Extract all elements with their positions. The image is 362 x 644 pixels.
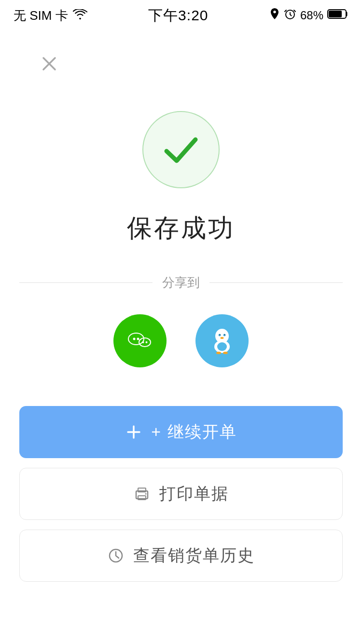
battery-text: 68% bbox=[300, 9, 323, 22]
share-icons-row bbox=[113, 314, 249, 367]
continue-new-label: + 继续开单 bbox=[151, 421, 237, 443]
close-button[interactable] bbox=[36, 50, 63, 77]
alarm-icon bbox=[284, 8, 296, 23]
svg-point-20 bbox=[223, 352, 228, 354]
svg-point-14 bbox=[220, 335, 221, 336]
status-bar: 无 SIM 卡 下午3:20 68% bbox=[0, 0, 362, 31]
print-button[interactable]: 打印单据 bbox=[19, 468, 343, 520]
share-label: 分享到 bbox=[162, 274, 200, 291]
continue-new-button[interactable]: + 继续开单 bbox=[19, 406, 343, 458]
divider-line-left bbox=[19, 282, 153, 283]
svg-point-15 bbox=[224, 335, 225, 336]
svg-point-16 bbox=[221, 337, 224, 339]
divider-line-right bbox=[209, 282, 343, 283]
action-buttons: + 继续开单 打印单据 查看销货单历史 bbox=[19, 406, 343, 582]
print-icon bbox=[133, 485, 151, 503]
status-time: 下午3:20 bbox=[148, 6, 208, 26]
history-button[interactable]: 查看销货单历史 bbox=[19, 530, 343, 582]
svg-point-7 bbox=[137, 338, 139, 340]
svg-point-26 bbox=[145, 493, 147, 495]
plus-icon bbox=[125, 423, 142, 441]
svg-point-18 bbox=[217, 342, 227, 351]
location-icon bbox=[269, 8, 280, 23]
svg-point-6 bbox=[133, 338, 136, 340]
history-icon bbox=[107, 547, 125, 564]
status-left: 无 SIM 卡 bbox=[14, 7, 87, 24]
battery-icon bbox=[327, 9, 348, 22]
svg-point-8 bbox=[139, 338, 151, 347]
carrier-text: 无 SIM 卡 bbox=[14, 7, 68, 24]
main-content: 保存成功 分享到 bbox=[0, 68, 362, 644]
svg-point-10 bbox=[146, 341, 148, 343]
share-wechat-button[interactable] bbox=[113, 314, 167, 367]
share-divider: 分享到 bbox=[19, 274, 343, 291]
svg-point-19 bbox=[216, 352, 221, 354]
status-right: 68% bbox=[269, 8, 348, 23]
print-label: 打印单据 bbox=[159, 483, 229, 505]
history-label: 查看销货单历史 bbox=[133, 545, 255, 567]
success-title: 保存成功 bbox=[127, 211, 235, 245]
svg-rect-2 bbox=[329, 11, 342, 17]
success-icon-circle bbox=[142, 111, 220, 188]
share-qq-button[interactable] bbox=[195, 314, 249, 367]
svg-point-9 bbox=[142, 341, 144, 343]
wifi-icon bbox=[73, 8, 87, 23]
